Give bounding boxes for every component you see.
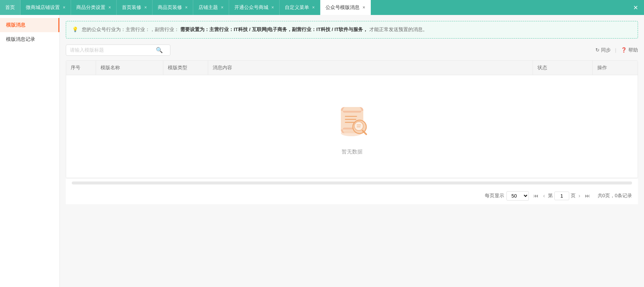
per-page-select[interactable]: 50 20 100 (506, 191, 529, 201)
tab-theme-close[interactable]: × (221, 5, 224, 10)
page-size-wrap: 每页显示 50 20 100 (485, 191, 529, 201)
next-page-button[interactable]: › (577, 192, 582, 199)
tab-template-label: 公众号模版消息 (326, 4, 360, 11)
fake-scrollbar[interactable] (72, 181, 632, 184)
tab-home-label: 首页 (5, 4, 15, 11)
sidebar-item-template-record-label: 模版消息记录 (6, 36, 35, 42)
col-name: 模版名称 (96, 61, 163, 75)
col-type: 模版类型 (163, 61, 208, 75)
col-action: 操作 (593, 61, 638, 75)
pagination: 每页显示 50 20 100 ⏮ ‹ 第 页 › ⏭ 共0页，0条记录 (66, 187, 638, 204)
first-page-button[interactable]: ⏮ (532, 192, 540, 199)
tab-template[interactable]: 公众号模版消息 × (320, 0, 371, 15)
help-icon: ❓ (621, 47, 627, 53)
tab-mall-label: 开通公众号商城 (234, 4, 268, 11)
help-label: 帮助 (628, 47, 638, 54)
sidebar: 模版消息 模版消息记录 (0, 15, 60, 287)
tab-homepage-label: 首页装修 (122, 4, 141, 11)
search-input[interactable] (70, 47, 156, 53)
tab-weishop-close[interactable]: × (63, 5, 65, 10)
sync-icon: ↻ (595, 47, 600, 53)
scroll-bar-wrap (66, 178, 638, 187)
tab-category[interactable]: 商品分类设置 × (71, 0, 117, 15)
notice-suffix: 才能正常发送预置的消息。 (369, 27, 428, 32)
notice-banner: 💡 您的公众号行业为：主营行业：，副营行业： 需要设置为：主营行业：IT科技 /… (66, 21, 638, 39)
tab-menu-close[interactable]: × (312, 5, 315, 10)
col-index: 序号 (66, 61, 96, 75)
tab-template-close[interactable]: × (363, 5, 365, 10)
tab-bar-close-all[interactable]: ✕ (627, 4, 644, 11)
empty-text: 暂无数据 (342, 149, 363, 155)
tab-product-label: 商品页装修 (158, 4, 182, 11)
search-input-wrap: 🔍 (66, 45, 170, 56)
notice-highlight: 需要设置为：主营行业：IT科技 / 互联网|电子商务，副营行业：IT科技 / I… (180, 27, 368, 32)
page-number-input[interactable] (554, 192, 569, 200)
tab-category-label: 商品分类设置 (76, 4, 105, 11)
per-page-label: 每页显示 (485, 192, 504, 199)
empty-state: 暂无数据 (66, 75, 638, 178)
page-unit: 页 (571, 192, 576, 199)
sync-button[interactable]: ↻ 同步 (595, 47, 611, 54)
tab-mall-close[interactable]: × (271, 5, 274, 10)
prev-page-button[interactable]: ‹ (542, 192, 546, 199)
tab-homepage-close[interactable]: × (144, 5, 147, 10)
tab-menu-label: 自定义菜单 (285, 4, 309, 11)
tab-weishop[interactable]: 微商城店铺设置 × (21, 0, 71, 15)
tab-homepage[interactable]: 首页装修 × (117, 0, 152, 15)
col-status: 状态 (533, 61, 593, 75)
main-layout: 模版消息 模版消息记录 💡 您的公众号行业为：主营行业：，副营行业： 需要设置为… (0, 15, 644, 287)
tab-theme-label: 店铺主题 (198, 4, 218, 11)
search-icon: 🔍 (156, 47, 163, 53)
toolbar-right: ↻ 同步 | ❓ 帮助 (595, 47, 638, 54)
last-page-button[interactable]: ⏭ (583, 192, 592, 199)
sync-label: 同步 (601, 47, 611, 54)
svg-point-5 (354, 122, 363, 131)
help-button[interactable]: ❓ 帮助 (621, 47, 638, 54)
notice-prefix: 您的公众号行业为：主营行业：，副营行业： (82, 27, 179, 32)
sidebar-item-template-msg[interactable]: 模版消息 (0, 18, 59, 32)
tab-category-close[interactable]: × (108, 5, 111, 10)
tab-weishop-label: 微商城店铺设置 (26, 4, 60, 11)
tab-menu[interactable]: 自定义菜单 × (280, 0, 320, 15)
tab-product-close[interactable]: × (185, 5, 188, 10)
table-header: 序号 模版名称 模版类型 消息内容 状态 操作 (66, 61, 638, 75)
tab-theme[interactable]: 店铺主题 × (193, 0, 229, 15)
page-nav: ⏮ ‹ 第 页 › ⏭ (532, 192, 591, 200)
empty-icon (330, 98, 375, 143)
content-area: 💡 您的公众号行业为：主营行业：，副营行业： 需要设置为：主营行业：IT科技 /… (60, 15, 644, 287)
data-table: 序号 模版名称 模版类型 消息内容 状态 操作 (66, 60, 638, 178)
tab-bar: 首页 微商城店铺设置 × 商品分类设置 × 首页装修 × 商品页装修 × 店铺主… (0, 0, 644, 15)
tab-product[interactable]: 商品页装修 × (152, 0, 193, 15)
toolbar-divider: | (615, 47, 616, 53)
search-bar: 🔍 ↻ 同步 | ❓ 帮助 (66, 45, 638, 56)
tab-mall[interactable]: 开通公众号商城 × (229, 0, 280, 15)
sidebar-item-template-record[interactable]: 模版消息记录 (0, 32, 59, 46)
page-total: 共0页，0条记录 (598, 192, 632, 199)
tab-home[interactable]: 首页 (0, 0, 21, 15)
search-button[interactable]: 🔍 (156, 47, 163, 54)
di-label: 第 (548, 192, 553, 199)
sidebar-item-template-msg-label: 模版消息 (6, 22, 25, 28)
col-content: 消息内容 (208, 61, 533, 75)
notice-icon: 💡 (72, 27, 78, 32)
